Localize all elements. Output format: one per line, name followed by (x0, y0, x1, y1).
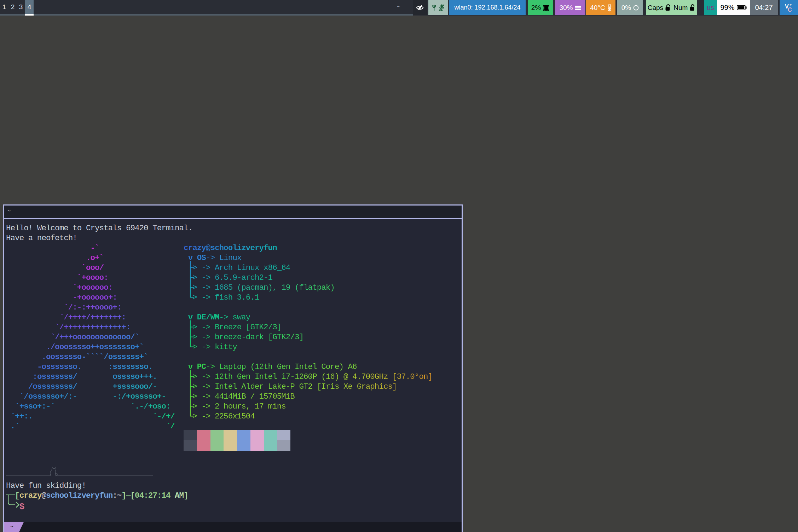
svg-text:C: C (788, 7, 792, 13)
